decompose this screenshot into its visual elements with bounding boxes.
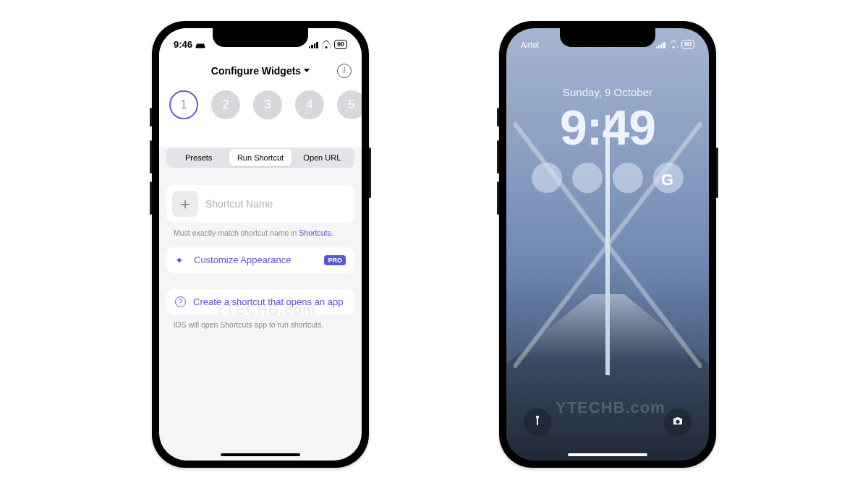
pro-badge: PRO (324, 255, 346, 265)
content-area: Presets Run Shortcut Open URL ＋ Shortcut… (159, 147, 362, 461)
info-button[interactable]: i (337, 64, 352, 78)
widget-slot-selector: 1 2 3 4 5 (159, 90, 362, 119)
widget-stack[interactable] (572, 163, 603, 193)
volume-down (150, 181, 152, 215)
driving-focus-icon (195, 41, 205, 48)
mode-segmented-control: Presets Run Shortcut Open URL (166, 147, 354, 168)
power-button (716, 147, 718, 198)
status-time: 9:46 (174, 39, 192, 50)
notch (560, 28, 655, 47)
phone-mockup-left: 9:46 90 Configure Widgets i 1 2 3 4 5 (152, 21, 369, 468)
notch (213, 28, 308, 47)
widget-slot-5[interactable]: 5 (337, 90, 362, 119)
customize-appearance-row[interactable]: ✦ Customize Appearance PRO (166, 247, 354, 273)
hint-open-shortcuts: iOS will open Shortcuts app to run short… (166, 319, 354, 339)
power-button (369, 147, 371, 198)
shortcut-name-placeholder: Shortcut Name (205, 198, 349, 210)
widget-slot-3[interactable]: 3 (253, 90, 282, 119)
create-shortcut-row[interactable]: ? Create a shortcut that opens an app (166, 289, 354, 314)
hint-text-suffix: . (331, 228, 333, 237)
lock-screen-time: 9:49 (506, 99, 709, 155)
volume-up (497, 140, 499, 174)
chevron-down-icon (304, 69, 310, 72)
create-shortcut-label: Create a shortcut that opens an app (193, 296, 346, 307)
battery-level: 90 (334, 40, 347, 49)
carrier-label: Airtel (521, 40, 539, 49)
widget-stats[interactable] (613, 163, 643, 193)
camera-button[interactable] (664, 408, 692, 436)
screen-configure-widgets: 9:46 90 Configure Widgets i 1 2 3 4 5 (159, 28, 362, 461)
wifi-icon (668, 41, 678, 48)
battery-level: 90 (681, 40, 694, 49)
lock-screen-date: Sunday, 9 October (506, 86, 709, 98)
silent-switch (150, 108, 152, 127)
widget-google[interactable]: G (653, 163, 684, 193)
silent-switch (497, 108, 499, 127)
widget-slot-2[interactable]: 2 (211, 90, 240, 119)
customize-appearance-label: Customize Appearance (194, 254, 317, 265)
phone-mockup-right: Airtel 90 Sunday, 9 October 9:49 G (499, 21, 716, 468)
shortcuts-link[interactable]: Shortcuts (299, 228, 331, 237)
widget-slot-4[interactable]: 4 (295, 90, 324, 119)
widget-music[interactable] (532, 163, 562, 193)
lock-screen-widgets: G (506, 163, 709, 193)
plus-icon[interactable]: ＋ (172, 191, 198, 217)
volume-down (497, 181, 499, 215)
widget-slot-1[interactable]: 1 (169, 90, 198, 119)
segment-run-shortcut[interactable]: Run Shortcut (229, 149, 291, 166)
title-dropdown[interactable]: Configure Widgets (211, 65, 310, 77)
app-header: Configure Widgets i (159, 59, 362, 83)
hint-match: Must exactly match shortcut name in Shor… (166, 227, 354, 247)
home-indicator[interactable] (221, 453, 300, 456)
sparkle-icon: ✦ (175, 254, 187, 266)
cellular-signal-icon (309, 41, 318, 48)
segment-open-url[interactable]: Open URL (292, 149, 353, 166)
google-g-icon: G (661, 171, 676, 185)
volume-up (150, 140, 152, 174)
flashlight-button[interactable] (524, 408, 551, 436)
segment-presets[interactable]: Presets (168, 149, 229, 166)
cellular-signal-icon (656, 41, 665, 48)
flashlight-icon (532, 415, 543, 429)
home-indicator[interactable] (568, 453, 647, 456)
question-icon: ? (175, 296, 186, 307)
page-title: Configure Widgets (211, 65, 301, 77)
shortcut-name-field[interactable]: ＋ Shortcut Name (166, 185, 354, 223)
camera-icon (672, 415, 684, 429)
lock-screen[interactable]: Airtel 90 Sunday, 9 October 9:49 G (506, 28, 709, 461)
hint-text: Must exactly match shortcut name in (174, 228, 299, 237)
wifi-icon (321, 41, 331, 48)
